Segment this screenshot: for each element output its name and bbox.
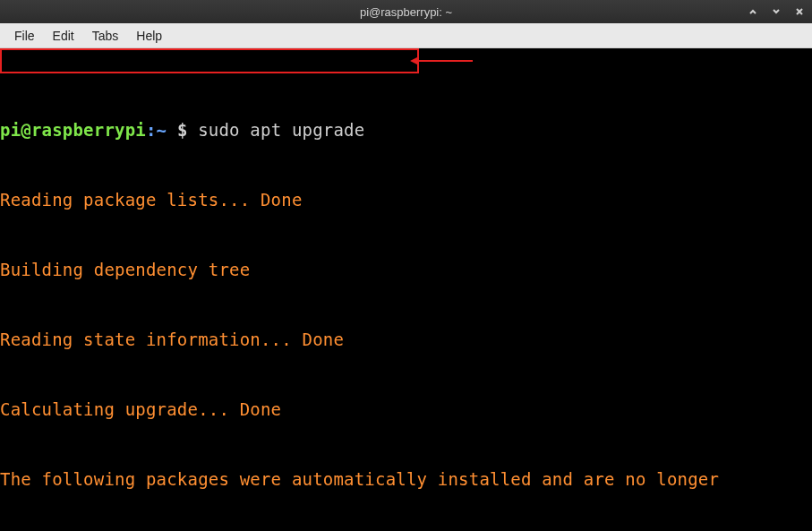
window-titlebar: pi@raspberrypi: ~ (0, 0, 812, 23)
prompt-userhost: pi@raspberrypi (0, 120, 146, 140)
annotation-arrow (419, 56, 473, 65)
output-line: Reading state information... Done (0, 328, 812, 351)
output-line: Reading package lists... Done (0, 188, 812, 211)
close-icon[interactable] (792, 4, 807, 19)
prompt-sigil: $ (177, 120, 188, 140)
command-text: sudo apt upgrade (198, 120, 364, 140)
minimize-icon[interactable] (746, 4, 760, 19)
prompt-path: ~ (157, 120, 167, 140)
menubar: File Edit Tabs Help (0, 23, 812, 48)
menu-edit[interactable]: Edit (44, 25, 83, 47)
output-line: Building dependency tree (0, 258, 812, 281)
menu-file[interactable]: File (5, 25, 44, 47)
output-line: Calculating upgrade... Done (0, 398, 812, 421)
prompt-sep: : (146, 120, 157, 140)
prompt-line-1: pi@raspberrypi:~ $ sudo apt upgrade (0, 118, 812, 141)
annotation-box (0, 48, 419, 73)
window-controls (746, 0, 807, 23)
menu-tabs[interactable]: Tabs (83, 25, 128, 47)
output-line: The following packages were automaticall… (0, 467, 812, 491)
window-title: pi@raspberrypi: ~ (360, 5, 452, 19)
maximize-icon[interactable] (769, 4, 783, 19)
terminal[interactable]: pi@raspberrypi:~ $ sudo apt upgrade Read… (0, 48, 812, 531)
menu-help[interactable]: Help (127, 25, 171, 47)
